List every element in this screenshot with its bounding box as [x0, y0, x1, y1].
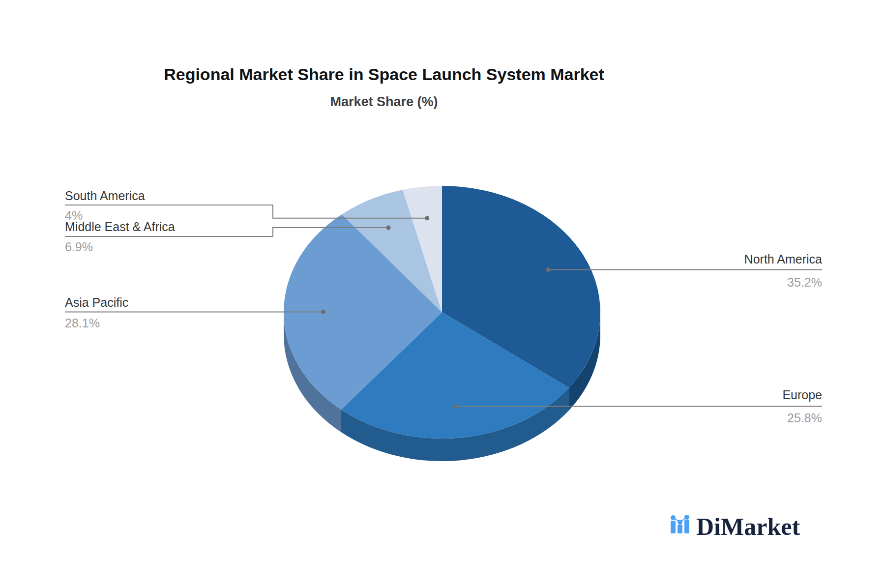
slice-label-asia-pacific: Asia Pacific	[65, 295, 128, 310]
slice-label-europe: Europe	[782, 388, 822, 402]
dimarket-logo-text: DiMarket	[696, 513, 800, 540]
pie-chart-canvas	[0, 0, 885, 588]
pie-chart-page: Regional Market Share in Space Launch Sy…	[0, 0, 885, 588]
callout-dot-europe	[454, 404, 458, 409]
callout-dot-south-america	[425, 216, 429, 220]
slice-value-europe: 25.8%	[787, 411, 822, 425]
slice-label-north-america: North America	[744, 252, 822, 266]
callout-dot-north-america	[546, 267, 550, 272]
dimarket-logo: DiMarket	[665, 509, 827, 544]
slice-label-middle-east-africa: Middle East & Africa	[65, 220, 175, 234]
slice-value-middle-east-africa: 6.9%	[65, 240, 93, 254]
bar-line-chart-icon	[671, 515, 689, 533]
callout-dot-asia-pacific	[321, 310, 325, 314]
slice-label-south-america: South America	[65, 189, 145, 203]
slice-value-asia-pacific: 28.1%	[65, 316, 100, 330]
callout-dot-middle-east-africa	[386, 226, 391, 230]
slice-value-north-america: 35.2%	[787, 275, 822, 290]
